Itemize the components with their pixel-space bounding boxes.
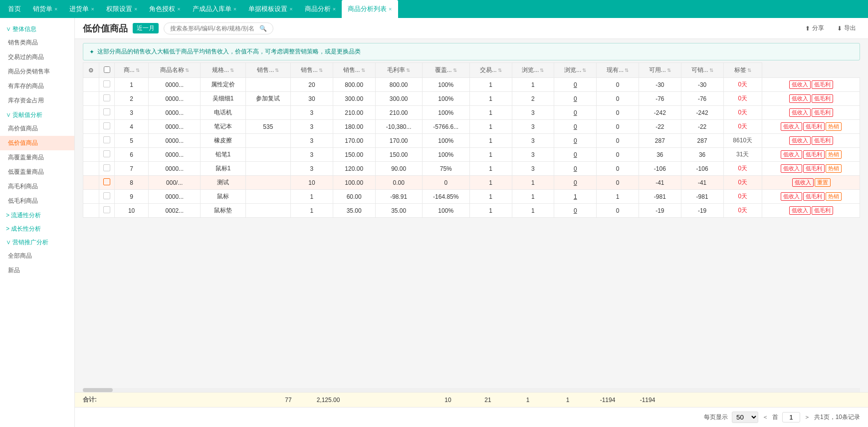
- nav-purchase-close[interactable]: ×: [91, 6, 94, 12]
- browse-link[interactable]: 0: [574, 95, 577, 102]
- search-icon[interactable]: 🔍: [259, 25, 267, 32]
- th-check[interactable]: [99, 63, 115, 78]
- td-check[interactable]: [99, 176, 115, 190]
- td-check[interactable]: [99, 190, 115, 204]
- nav-stock-in-close[interactable]: ×: [233, 6, 236, 12]
- td-check[interactable]: [99, 134, 115, 148]
- per-page-select[interactable]: 50 100 200: [732, 412, 758, 423]
- row-checkbox[interactable]: [103, 80, 110, 87]
- search-input[interactable]: [170, 25, 256, 32]
- th-spec[interactable]: 规格...⇅: [201, 63, 245, 78]
- th-sales1[interactable]: 销售...⇅: [245, 63, 290, 78]
- th-code[interactable]: 商...⇅: [115, 63, 149, 78]
- nav-purchase[interactable]: 进货单 ×: [63, 0, 100, 18]
- td-check[interactable]: [99, 204, 115, 218]
- td-check[interactable]: [99, 162, 115, 176]
- date-badge[interactable]: 近一月: [133, 23, 159, 33]
- td-check[interactable]: [99, 106, 115, 120]
- td-check[interactable]: [99, 78, 115, 92]
- browse-link[interactable]: 0: [574, 179, 577, 186]
- th-sales2[interactable]: 销售...⇅: [291, 63, 333, 78]
- nav-template[interactable]: 单据模板设置 ×: [242, 0, 298, 18]
- sidebar-item-low-value[interactable]: 低价值商品: [0, 136, 74, 150]
- page-prev-btn[interactable]: ＜: [762, 413, 768, 422]
- page-next-btn[interactable]: ＞: [804, 413, 810, 422]
- td-check[interactable]: [99, 120, 115, 134]
- page-number-input[interactable]: [782, 412, 800, 423]
- sidebar-item-category-rate[interactable]: 商品分类销售率: [0, 64, 74, 79]
- sidebar-item-stock-goods[interactable]: 有库存的商品: [0, 79, 74, 93]
- scrollbar-track[interactable]: [83, 388, 860, 392]
- th-coverage[interactable]: 覆盖...⇅: [422, 63, 469, 78]
- td-b1[interactable]: 0: [554, 92, 597, 106]
- browse-link[interactable]: 1: [574, 193, 577, 200]
- row-checkbox[interactable]: [103, 122, 110, 129]
- td-b1[interactable]: 0: [554, 120, 597, 134]
- browse-link[interactable]: 0: [574, 137, 577, 144]
- td-check[interactable]: [99, 148, 115, 162]
- nav-template-close[interactable]: ×: [289, 6, 292, 12]
- nav-goods-list-close[interactable]: ×: [389, 6, 392, 12]
- nav-roles[interactable]: 角色授权 ×: [143, 0, 186, 18]
- scrollbar-thumb[interactable]: [83, 388, 113, 392]
- sidebar-item-traded-goods[interactable]: 交易过的商品: [0, 50, 74, 64]
- th-trade[interactable]: 交易...⇅: [469, 63, 512, 78]
- td-b1[interactable]: 0: [554, 176, 597, 190]
- th-current-stock[interactable]: 现有...⇅: [597, 63, 639, 78]
- nav-sales[interactable]: 销货单 ×: [27, 0, 63, 18]
- td-b1[interactable]: 0: [554, 204, 597, 218]
- row-checkbox[interactable]: [103, 108, 110, 115]
- th-settings[interactable]: ⚙: [83, 63, 99, 78]
- sidebar-group-overall[interactable]: ∨ 整体信息: [0, 22, 74, 35]
- nav-sales-close[interactable]: ×: [54, 6, 57, 12]
- sidebar-item-new-goods[interactable]: 新品: [0, 263, 74, 278]
- td-b1[interactable]: 0: [554, 162, 597, 176]
- sidebar-item-sales-goods[interactable]: 销售类商品: [0, 35, 74, 50]
- nav-permissions-close[interactable]: ×: [134, 6, 137, 12]
- row-checkbox[interactable]: [103, 192, 110, 199]
- sidebar-item-high-profit[interactable]: 高毛利商品: [0, 179, 74, 194]
- th-tags[interactable]: 标签⇅: [723, 63, 762, 78]
- browse-link[interactable]: 0: [574, 151, 577, 158]
- sidebar-item-high-coverage[interactable]: 高覆盖量商品: [0, 150, 74, 165]
- sidebar-group-marketing[interactable]: ∨ 营销推广分析: [0, 235, 74, 249]
- sidebar-item-low-profit[interactable]: 低毛利商品: [0, 194, 74, 208]
- th-browse2[interactable]: 浏览...⇅: [554, 63, 597, 78]
- td-b1[interactable]: 1: [554, 190, 597, 204]
- th-available-stock[interactable]: 可用...⇅: [639, 63, 681, 78]
- nav-goods-list[interactable]: 商品分析列表 ×: [342, 0, 398, 18]
- th-sales3[interactable]: 销售...⇅: [333, 63, 375, 78]
- td-check[interactable]: [99, 92, 115, 106]
- sidebar-item-all-goods[interactable]: 全部商品: [0, 249, 74, 263]
- sidebar-item-stock-capital[interactable]: 库存资金占用: [0, 93, 74, 108]
- th-profit-rate[interactable]: 毛利率⇅: [375, 63, 422, 78]
- row-checkbox[interactable]: [103, 150, 110, 157]
- browse-link[interactable]: 0: [574, 123, 577, 130]
- sidebar-group-contribution[interactable]: ∨ 贡献值分析: [0, 108, 74, 121]
- nav-home[interactable]: 首页: [2, 0, 27, 18]
- export-button[interactable]: ⬇ 导出: [833, 22, 860, 34]
- row-checkbox[interactable]: [103, 206, 110, 213]
- th-saleable-stock[interactable]: 可销...⇅: [681, 63, 723, 78]
- nav-goods-analysis[interactable]: 商品分析 ×: [299, 0, 342, 18]
- sidebar-group-growth[interactable]: > 成长性分析: [0, 222, 74, 235]
- sidebar-item-high-value[interactable]: 高价值商品: [0, 121, 74, 136]
- share-button[interactable]: ⬆ 分享: [801, 22, 828, 34]
- td-b1[interactable]: 0: [554, 78, 597, 92]
- browse-link[interactable]: 0: [574, 81, 577, 88]
- nav-roles-close[interactable]: ×: [177, 6, 180, 12]
- browse-link[interactable]: 0: [574, 109, 577, 116]
- nav-stock-in[interactable]: 产成品入库单 ×: [187, 0, 242, 18]
- row-checkbox[interactable]: [103, 164, 110, 171]
- td-b1[interactable]: 0: [554, 106, 597, 120]
- nav-permissions[interactable]: 权限设置 ×: [100, 0, 143, 18]
- nav-goods-analysis-close[interactable]: ×: [333, 6, 336, 12]
- sidebar-group-flow[interactable]: > 流通性分析: [0, 208, 74, 222]
- row-checkbox[interactable]: [103, 94, 110, 101]
- sidebar-item-low-coverage[interactable]: 低覆盖量商品: [0, 165, 74, 179]
- td-b1[interactable]: 0: [554, 148, 597, 162]
- row-checkbox[interactable]: [103, 178, 110, 185]
- th-browse1[interactable]: 浏览...⇅: [512, 63, 554, 78]
- browse-link[interactable]: 0: [574, 207, 577, 214]
- browse-link[interactable]: 0: [574, 165, 577, 172]
